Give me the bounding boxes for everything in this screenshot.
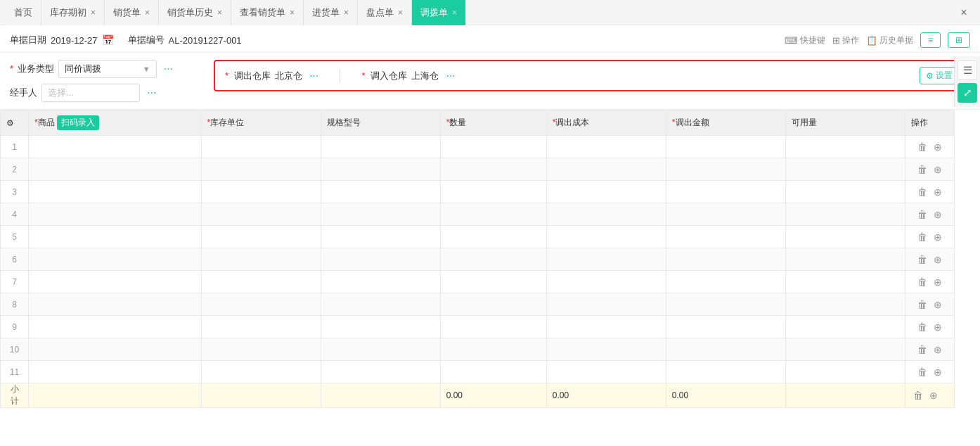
cell-product-8[interactable] [29,293,202,316]
cell-amount-10[interactable] [666,338,785,361]
cell-qty-4[interactable] [440,203,546,226]
cell-qty-1[interactable] [440,136,546,158]
delete-icon-1[interactable]: 🗑 [917,141,927,153]
cell-spec-3[interactable] [321,181,440,203]
cell-available-3[interactable] [785,181,905,203]
tab-transfer-order[interactable]: 调拨单 × [412,0,466,25]
cell-cost-5[interactable] [546,226,666,248]
cell-unit-7[interactable] [201,271,321,293]
delete-icon-10[interactable]: 🗑 [917,344,927,355]
cell-unit-1[interactable] [201,136,321,158]
table-settings-icon[interactable]: ⚙ [6,118,14,128]
cell-amount-11[interactable] [666,361,785,383]
business-type-more[interactable]: ··· [164,63,173,75]
cell-amount-4[interactable] [666,203,785,226]
cell-cost-7[interactable] [546,271,666,293]
cell-unit-8[interactable] [201,293,321,316]
cell-qty-5[interactable] [440,226,546,248]
sidebar-list-icon[interactable]: ☰ [958,60,977,80]
shortcuts-button[interactable]: ⌨ 快捷键 [785,34,825,46]
delete-icon-6[interactable]: 🗑 [917,254,927,265]
history-button[interactable]: 📋 历史单据 [866,34,913,46]
tab-view-sales[interactable]: 查看销货单 × [231,0,304,25]
cell-product-3[interactable] [29,181,202,203]
cell-spec-8[interactable] [321,293,440,316]
grid-view-button[interactable]: ⊞ [948,32,970,48]
cell-unit-11[interactable] [201,361,321,383]
cell-amount-2[interactable] [666,158,785,181]
calendar-icon[interactable]: 📅 [102,34,114,46]
cell-qty-8[interactable] [440,293,546,316]
cell-spec-1[interactable] [321,136,440,158]
cell-spec-5[interactable] [321,226,440,248]
cell-qty-9[interactable] [440,316,546,338]
copy-icon-4[interactable]: ⊕ [934,209,942,220]
subtotal-delete-icon[interactable]: 🗑 [913,390,923,401]
cell-product-1[interactable] [29,136,202,158]
cell-unit-4[interactable] [201,203,321,226]
copy-icon-6[interactable]: ⊕ [934,254,942,265]
cell-product-9[interactable] [29,316,202,338]
cell-available-9[interactable] [785,316,905,338]
tab-inventory-init[interactable]: 库存期初 × [41,0,105,25]
cell-available-1[interactable] [785,136,905,158]
cell-cost-10[interactable] [546,338,666,361]
handler-more[interactable]: ··· [147,87,156,99]
scan-button[interactable]: 扫码录入 [57,115,99,130]
copy-icon-10[interactable]: ⊕ [934,344,942,355]
cell-product-2[interactable] [29,158,202,181]
cell-available-6[interactable] [785,248,905,271]
tab-inventory-check[interactable]: 盘点单 × [358,0,412,25]
cell-qty-7[interactable] [440,271,546,293]
copy-icon-9[interactable]: ⊕ [934,321,942,333]
cell-product-6[interactable] [29,248,202,271]
copy-icon-7[interactable]: ⊕ [934,276,942,288]
cell-qty-3[interactable] [440,181,546,203]
sidebar-expand-icon[interactable]: ⤢ [958,83,977,103]
cell-product-5[interactable] [29,226,202,248]
cell-product-11[interactable] [29,361,202,383]
copy-icon-5[interactable]: ⊕ [934,231,942,243]
cell-available-2[interactable] [785,158,905,181]
cell-spec-4[interactable] [321,203,440,226]
cell-unit-10[interactable] [201,338,321,361]
cell-spec-7[interactable] [321,271,440,293]
cell-spec-10[interactable] [321,338,440,361]
cell-product-7[interactable] [29,271,202,293]
cell-available-11[interactable] [785,361,905,383]
cell-cost-9[interactable] [546,316,666,338]
settings-button[interactable]: ⚙ 设置 [920,67,959,84]
cell-spec-6[interactable] [321,248,440,271]
warehouse-in-more[interactable]: ··· [446,70,455,82]
tab-close-purchase-order[interactable]: × [344,8,349,18]
copy-icon-8[interactable]: ⊕ [934,299,942,310]
cell-product-10[interactable] [29,338,202,361]
cell-available-10[interactable] [785,338,905,361]
cell-available-4[interactable] [785,203,905,226]
cell-unit-9[interactable] [201,316,321,338]
tab-close-inventory-init[interactable]: × [91,8,96,18]
cell-qty-2[interactable] [440,158,546,181]
cell-qty-10[interactable] [440,338,546,361]
cell-unit-5[interactable] [201,226,321,248]
copy-icon-1[interactable]: ⊕ [934,141,942,153]
delete-icon-4[interactable]: 🗑 [917,209,927,220]
cell-amount-7[interactable] [666,271,785,293]
cell-amount-6[interactable] [666,248,785,271]
cell-qty-6[interactable] [440,248,546,271]
cell-available-5[interactable] [785,226,905,248]
tab-close-sales-order[interactable]: × [145,8,150,18]
delete-icon-3[interactable]: 🗑 [917,186,927,198]
cell-amount-9[interactable] [666,316,785,338]
handler-select[interactable]: 选择... [41,84,140,102]
cell-amount-3[interactable] [666,181,785,203]
cell-cost-8[interactable] [546,293,666,316]
list-view-button[interactable]: ≡ [920,32,941,48]
cell-available-8[interactable] [785,293,905,316]
tab-close-transfer-order[interactable]: × [452,8,457,18]
tab-sales-history[interactable]: 销货单历史 × [159,0,231,25]
warehouse-out-more[interactable]: ··· [309,70,318,82]
cell-amount-1[interactable] [666,136,785,158]
cell-cost-2[interactable] [546,158,666,181]
cell-unit-2[interactable] [201,158,321,181]
